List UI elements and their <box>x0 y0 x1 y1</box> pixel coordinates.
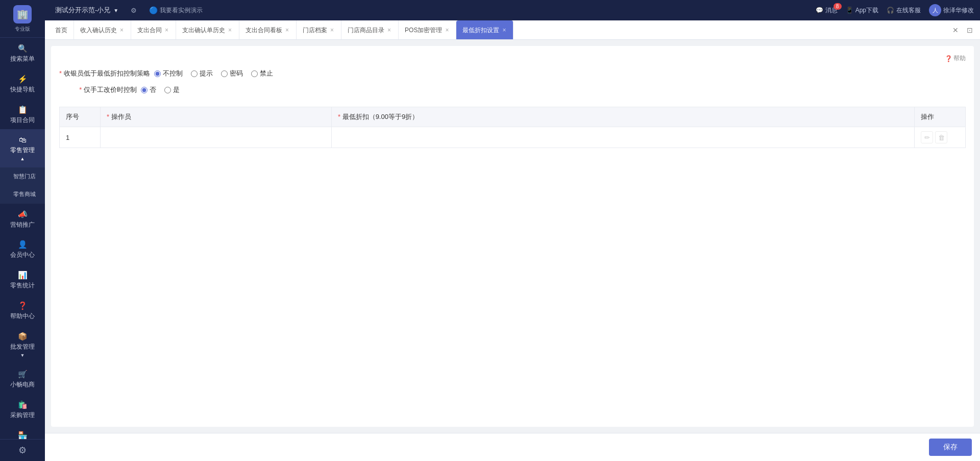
col-operator: 操作员 <box>101 107 332 127</box>
topbar-app-download[interactable]: 📱 App下载 <box>846 6 878 15</box>
settings-section: 收银员低于最低折扣控制策略 不控制 提示 密码 <box>59 69 966 94</box>
sidebar-item-purchase[interactable]: 🛍️ 采购管理 <box>0 394 45 425</box>
policy-option-prompt[interactable]: 提示 <box>191 69 213 78</box>
wholesale-icon: 📦 <box>18 331 28 342</box>
sidebar-item-inventory[interactable]: 🏪 库存核算 <box>0 425 45 439</box>
sidebar-search-label: 搜索菜单 <box>10 55 35 63</box>
service-icon: 🎧 <box>887 7 894 14</box>
topbar-user[interactable]: 人 徐泽华修改 <box>929 4 974 16</box>
tab-label: 门店档案 <box>303 26 327 35</box>
tab-close-icon[interactable]: × <box>227 26 233 34</box>
tab-item[interactable]: 最低折扣设置× <box>456 20 513 40</box>
tab-label: 支出合同 <box>137 26 162 35</box>
col-seq: 序号 <box>60 107 101 127</box>
sidebar-item-ecommerce[interactable]: 🛒 小畅电商 <box>0 363 45 394</box>
topbar-service-label: 在线客服 <box>896 6 921 15</box>
tab-close-icon[interactable]: × <box>164 26 169 34</box>
policy-option-no-control[interactable]: 不控制 <box>154 69 183 78</box>
tab-close-icon[interactable]: × <box>284 26 290 34</box>
sidebar-nav: ⚡ 快捷导航 📋 项目合同 🛍 零售管理 ▲ 智慧门店 零售商城 📣 营销推广 … <box>0 68 45 439</box>
tab-item[interactable]: 支出合同× <box>131 20 176 40</box>
row-delete-btn[interactable]: 🗑 <box>935 131 947 143</box>
help-link-icon: ❓ <box>945 55 952 62</box>
sidebar-purchase-label: 采购管理 <box>10 411 35 420</box>
demo-circle-icon: 🔵 <box>149 6 158 14</box>
policy-label: 收银员低于最低折扣控制策略 <box>59 69 154 78</box>
logo-text: 专业版 <box>15 26 30 32</box>
sidebar-item-wholesale[interactable]: 📦 批发管理 ▼ <box>0 326 45 363</box>
sidebar-item-retail-stats[interactable]: 📊 零售统计 <box>0 264 45 295</box>
stats-icon: 📊 <box>18 270 28 280</box>
sidebar-item-retail-mgmt[interactable]: 🛍 零售管理 ▲ <box>0 129 45 167</box>
help-link[interactable]: ❓ 帮助 <box>945 54 966 63</box>
topbar-download-label: App下载 <box>855 6 878 15</box>
marketing-icon: 📣 <box>18 209 28 220</box>
col-discount: 最低折扣（9.00等于9折） <box>331 107 914 127</box>
manual-label: 仅手工改价时控制 <box>59 85 141 94</box>
topbar-user-name: 徐泽华修改 <box>943 6 974 15</box>
tab-label: 门店商品目录 <box>348 26 384 35</box>
topbar-project[interactable]: 测试分开示范-小兄 ▼ <box>51 4 122 17</box>
cell-actions: ✏ 🗑 <box>915 127 966 148</box>
manual-option-yes[interactable]: 是 <box>164 85 180 94</box>
retail-icon: 🛍 <box>19 134 27 145</box>
sidebar-help-label: 帮助中心 <box>10 312 35 321</box>
topbar-demo-link[interactable]: 🔵 我要看实例演示 <box>145 4 207 17</box>
tab-close-icon[interactable]: × <box>329 26 335 34</box>
policy-row: 收银员低于最低折扣控制策略 不控制 提示 密码 <box>59 69 966 78</box>
table-header: 序号 操作员 最低折扣（9.00等于9折） 操作 <box>60 107 966 127</box>
messages-badge: 8 <box>834 3 842 10</box>
topbar-left: 测试分开示范-小兄 ▼ ⚙ 🔵 我要看实例演示 <box>51 3 816 17</box>
tab-item[interactable]: 支出确认单历史× <box>176 20 239 40</box>
topbar-settings-btn[interactable]: ⚙ <box>127 3 141 17</box>
tab-expand-btn[interactable]: ⊡ <box>964 24 976 36</box>
tab-item[interactable]: 收入确认历史× <box>74 20 131 40</box>
sidebar-item-marketing[interactable]: 📣 营销推广 <box>0 204 45 234</box>
tab-close-btn[interactable]: ✕ <box>949 24 962 36</box>
table-header-row: 序号 操作员 最低折扣（9.00等于9折） 操作 <box>60 107 966 127</box>
sidebar-item-retail-mall[interactable]: 零售商城 <box>0 185 45 203</box>
sidebar-item-member[interactable]: 👤 会员中心 <box>0 234 45 264</box>
sidebar-item-shortcut[interactable]: ⚡ 快捷导航 <box>0 68 45 99</box>
sidebar-item-project-contract[interactable]: 📋 项目合同 <box>0 99 45 130</box>
smart-store-label: 智慧门店 <box>13 173 36 180</box>
save-button[interactable]: 保存 <box>929 439 972 456</box>
tab-label: POS加密管理 <box>405 26 442 35</box>
tab-close-icon[interactable]: × <box>119 26 125 34</box>
ecommerce-icon: 🛒 <box>18 369 28 379</box>
tab-close-icon[interactable]: × <box>444 26 450 34</box>
topbar-project-name: 测试分开示范-小兄 <box>55 6 110 15</box>
sidebar-item-help[interactable]: ❓ 帮助中心 <box>0 295 45 326</box>
cell-seq: 1 <box>60 127 101 148</box>
topbar-messages[interactable]: 💬 消息 8 <box>816 6 838 15</box>
manual-yes-label: 是 <box>173 85 180 94</box>
main-area: 测试分开示范-小兄 ▼ ⚙ 🔵 我要看实例演示 💬 消息 8 📱 App下载 <box>45 0 980 461</box>
sidebar-item-smart-store[interactable]: 智慧门店 <box>0 167 45 185</box>
table-wrapper: 序号 操作员 最低折扣（9.00等于9折） 操作 1 <box>59 103 966 148</box>
sidebar-settings-icon[interactable]: ⚙ <box>18 445 27 456</box>
tab-item[interactable]: 门店商品目录× <box>341 20 399 40</box>
sidebar-wholesale-label: 批发管理 <box>10 343 35 351</box>
topbar-online-service[interactable]: 🎧 在线客服 <box>887 6 921 15</box>
sidebar-shortcut-label: 快捷导航 <box>10 85 35 94</box>
tab-close-icon[interactable]: × <box>386 26 392 34</box>
tab-item[interactable]: 门店档案× <box>297 20 341 40</box>
purchase-icon: 🛍️ <box>18 399 28 410</box>
tab-item[interactable]: 支出合同看板× <box>239 20 297 40</box>
search-icon: 🔍 <box>18 43 28 54</box>
table-body: 1 ✏ 🗑 <box>60 127 966 148</box>
help-link-label: 帮助 <box>953 54 966 63</box>
tab-close-icon[interactable]: × <box>501 26 507 34</box>
manual-row: 仅手工改价时控制 否 是 <box>59 85 966 94</box>
tab-label: 支出确认单历史 <box>182 26 225 35</box>
retail-mall-label: 零售商城 <box>13 190 36 198</box>
policy-option-forbid[interactable]: 禁止 <box>251 69 273 78</box>
tab-label: 支出合同看板 <box>246 26 282 35</box>
sidebar-item-search[interactable]: 🔍 搜索菜单 <box>0 38 45 68</box>
tab-item[interactable]: 首页 <box>49 20 74 40</box>
tab-item[interactable]: POS加密管理× <box>399 20 456 40</box>
cell-operator <box>101 127 332 148</box>
row-edit-btn[interactable]: ✏ <box>921 131 933 143</box>
policy-option-password[interactable]: 密码 <box>221 69 243 78</box>
manual-option-no[interactable]: 否 <box>141 85 156 94</box>
